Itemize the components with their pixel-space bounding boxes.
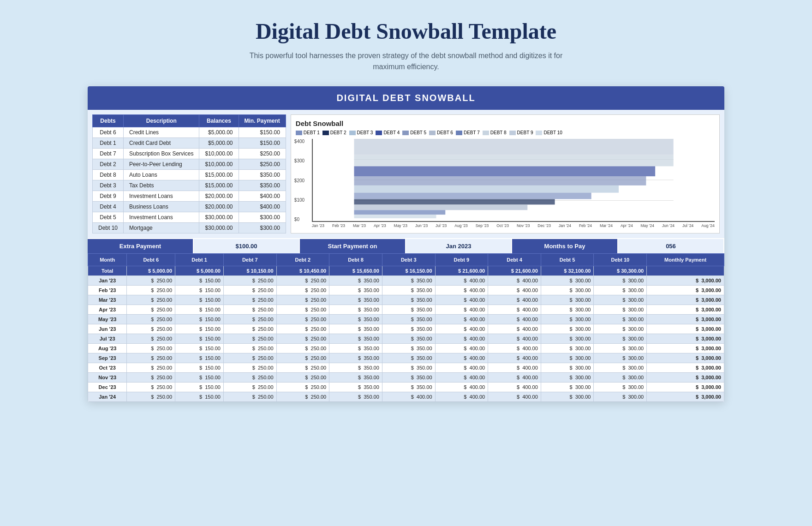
schedule-row: Aug '23$ 250.00$ 150.00$ 250.00$ 250.00$… [88,344,724,353]
svg-rect-12 [354,210,445,215]
schedule-col-header: Month [88,254,127,266]
legend-item: DEBT 9 [509,130,533,135]
schedule-row: Jun '23$ 250.00$ 150.00$ 250.00$ 250.00$… [88,324,724,334]
svg-rect-8 [354,185,619,193]
schedule-total-row: Total$ 5,000.00$ 5,000.00$ 10,150.00$ 10… [88,266,724,276]
schedule-table-wrapper: MonthDebt 6Debt 1Debt 7Debt 2Debt 8Debt … [88,253,724,402]
legend-item: DEBT 1 [296,130,320,135]
svg-rect-13 [354,215,436,218]
svg-rect-10 [354,199,555,205]
schedule-col-header: Debt 1 [175,254,224,266]
schedule-col-header: Debt 4 [488,254,541,266]
page-subtitle: This powerful tool harnesses the proven … [249,50,563,72]
svg-rect-7 [354,176,646,185]
debt-row: Debt 5Investment Loans$30,000.00$300.00 [93,212,286,223]
legend-item: DEBT 7 [456,130,480,135]
col-balances: Balances [199,115,239,127]
debt-row: Debt 6Credit Lines$5,000.00$150.00 [93,127,286,138]
legend-item: DEBT 2 [322,130,346,135]
top-section: Debts Description Balances Min. Payment … [88,110,724,238]
page-title: Digital Debt Snowball Template [9,18,803,44]
summary-bar: Extra Payment $100.00 Start Payment on J… [88,238,724,253]
schedule-col-header: Debt 6 [127,254,175,266]
schedule-col-header: Debt 7 [223,254,276,266]
schedule-row: Dec '23$ 250.00$ 150.00$ 250.00$ 250.00$… [88,383,724,392]
debt-row: Debt 1Credit Card Debt$5,000.00$150.00 [93,138,286,149]
legend-item: DEBT 6 [429,130,453,135]
col-min-payment: Min. Payment [239,115,286,127]
schedule-col-header: Debt 2 [276,254,329,266]
x-axis: Jan '23Feb '23Mar '23Apr '23May '23Jun '… [312,223,715,228]
schedule-col-header: Debt 5 [541,254,594,266]
schedule-row: Jul '23$ 250.00$ 150.00$ 250.00$ 250.00$… [88,334,724,344]
schedule-row: Apr '23$ 250.00$ 150.00$ 250.00$ 250.00$… [88,305,724,315]
debt-row: Debt 7Subscription Box Services$10,000.0… [93,149,286,159]
legend-item: DEBT 10 [536,130,562,135]
svg-rect-4 [354,139,673,155]
chart-title: Debt Snowball [296,120,715,127]
legend-item: DEBT 3 [349,130,373,135]
schedule-row: Oct '23$ 250.00$ 150.00$ 250.00$ 250.00$… [88,363,724,373]
schedule-row: Nov '23$ 250.00$ 150.00$ 250.00$ 250.00$… [88,373,724,383]
schedule-row: Sep '23$ 250.00$ 150.00$ 250.00$ 250.00$… [88,353,724,363]
schedule-row: May '23$ 250.00$ 150.00$ 250.00$ 250.00$… [88,315,724,324]
y-axis: $400 $300 $200 $100 $0 [294,139,304,222]
schedule-row: Jan '23$ 250.00$ 150.00$ 250.00$ 250.00$… [88,276,724,286]
schedule-col-header: Debt 3 [382,254,435,266]
chart-svg [312,139,715,222]
extra-payment-label: Extra Payment [88,239,194,253]
svg-rect-5 [354,155,673,167]
col-description: Description [124,115,199,127]
chart-legend: DEBT 1DEBT 2DEBT 3DEBT 4DEBT 5DEBT 6DEBT… [296,130,715,135]
legend-item: DEBT 8 [483,130,507,135]
svg-rect-6 [354,166,655,176]
start-payment-value: Jan 2023 [406,239,512,253]
schedule-table: MonthDebt 6Debt 1Debt 7Debt 2Debt 8Debt … [88,253,724,402]
debt-row: Debt 4Business Loans$20,000.00$400.00 [93,202,286,212]
svg-rect-9 [354,193,591,199]
legend-item: DEBT 5 [402,130,426,135]
schedule-col-header: Debt 10 [594,254,647,266]
svg-rect-11 [354,204,527,210]
debt-row: Debt 10Mortgage$30,000.00$300.00 [93,223,286,233]
schedule-row: Mar '23$ 250.00$ 150.00$ 250.00$ 250.00$… [88,295,724,305]
months-to-pay-value: 056 [618,239,724,253]
debt-row: Debt 9Investment Loans$20,000.00$400.00 [93,191,286,202]
schedule-row: Feb '23$ 250.00$ 150.00$ 250.00$ 250.00$… [88,286,724,295]
months-to-pay-label: Months to Pay [512,239,618,253]
schedule-row: Jan '24$ 250.00$ 150.00$ 250.00$ 250.00$… [88,392,724,402]
sheet-container: DIGITAL DEBT SNOWBALL Debts Description … [88,86,724,402]
page-header: Digital Debt Snowball Template This powe… [9,18,803,72]
schedule-col-header: Debt 9 [435,254,488,266]
schedule-col-header: Monthly Payment [647,254,724,266]
sheet-title: DIGITAL DEBT SNOWBALL [88,86,724,110]
start-payment-label: Start Payment on [300,239,406,253]
legend-item: DEBT 4 [376,130,400,135]
extra-payment-value: $100.00 [194,239,300,253]
debt-row: Debt 2Peer-to-Peer Lending$10,000.00$250… [93,159,286,170]
debt-table: Debts Description Balances Min. Payment … [92,114,286,233]
col-debts: Debts [93,115,124,127]
debt-row: Debt 8Auto Loans$15,000.00$350.00 [93,170,286,180]
schedule-col-header: Debt 8 [329,254,382,266]
debt-row: Debt 3Tax Debts$15,000.00$350.00 [93,180,286,191]
debt-table-wrapper: Debts Description Balances Min. Payment … [92,114,286,233]
chart-wrapper: Debt Snowball DEBT 1DEBT 2DEBT 3DEBT 4DE… [291,114,720,233]
